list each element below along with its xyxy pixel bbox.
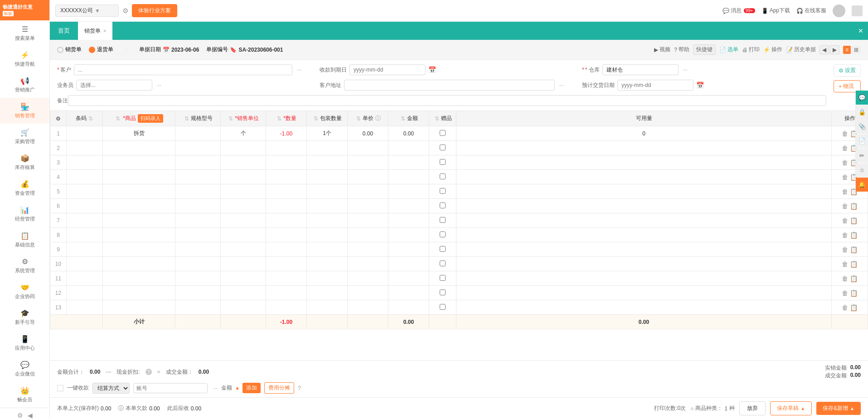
customer-input[interactable] — [74, 64, 292, 75]
video-btn[interactable]: ▶ 视频 — [654, 46, 670, 53]
sidebar-item-basic[interactable]: 📋 基础信息 — [0, 227, 49, 253]
app-download-nav[interactable]: 📱 App下载 — [761, 7, 790, 14]
right-btn-5[interactable]: ✏ — [855, 149, 868, 163]
warehouse-input[interactable] — [602, 64, 679, 75]
right-btn-1[interactable]: 💬 — [855, 91, 868, 105]
copy-7[interactable]: 📋 — [850, 217, 858, 224]
del-8[interactable]: 🗑 — [842, 231, 848, 239]
sidebar-item-sales[interactable]: 🏪 销售管理 — [0, 98, 49, 124]
row-1-qty[interactable]: -1.00 — [266, 126, 307, 141]
discard-button[interactable]: 放弃 — [739, 401, 766, 415]
next-arrow[interactable]: ▶ — [830, 45, 839, 54]
tab-sales-order[interactable]: 销货单 × — [78, 22, 112, 40]
remarks-input[interactable] — [68, 95, 826, 106]
row-1-pkg-qty[interactable]: 1个 — [307, 126, 348, 141]
copy-10[interactable]: 📋 — [850, 260, 858, 268]
r4-gift-cb[interactable] — [440, 173, 446, 179]
sidebar-item-inventory[interactable]: 📦 库存核算 — [0, 149, 49, 175]
price-info-icon[interactable]: ⓘ — [375, 115, 381, 122]
r2c3[interactable] — [175, 141, 221, 155]
expense-split-button[interactable]: 费用分摊 — [264, 382, 294, 394]
row-1-gift-checkbox[interactable] — [440, 130, 446, 136]
amount-sort-icon[interactable]: ⇅ — [401, 116, 405, 122]
del-9[interactable]: 🗑 — [842, 246, 848, 253]
customer-dots-icon[interactable]: ··· — [297, 67, 301, 73]
avatar[interactable] — [833, 5, 845, 17]
r2c1[interactable] — [67, 141, 103, 155]
r3-gift-cb[interactable] — [440, 159, 446, 165]
right-btn-7[interactable]: 🔔 — [855, 178, 868, 192]
account-input[interactable] — [133, 383, 208, 393]
del-4[interactable]: 🗑 — [842, 173, 848, 181]
del-6[interactable]: 🗑 — [842, 202, 848, 210]
del-11[interactable]: 🗑 — [842, 275, 848, 282]
right-btn-6[interactable]: ☆ — [855, 163, 868, 177]
r2c8[interactable] — [388, 141, 429, 155]
pkg-sort-icon[interactable]: ⇅ — [314, 116, 318, 122]
settings-button[interactable]: ⚙ 设置 — [834, 64, 861, 77]
trial-button[interactable]: 体验行业方案 — [132, 4, 177, 17]
footer-help-icon[interactable]: ? — [298, 385, 301, 391]
customer-addr-dots-icon[interactable]: ··· — [559, 82, 564, 88]
right-btn-4[interactable]: 📄 — [855, 134, 868, 148]
debit-info-icon[interactable]: ⓘ — [118, 405, 124, 412]
r6-gift-cb[interactable] — [440, 202, 446, 208]
delivery-calendar-icon[interactable]: 📅 — [696, 82, 704, 89]
topbar-gear-icon[interactable]: ⚙ — [122, 7, 128, 15]
user-menu-icon[interactable] — [852, 5, 863, 16]
close-all-tabs-icon[interactable]: ✕ — [858, 27, 863, 34]
due-date-calendar-icon[interactable]: 📅 — [428, 66, 436, 73]
qty-sort-icon[interactable]: ⇅ — [277, 116, 281, 122]
online-service-nav[interactable]: 🎧 在线客服 — [796, 7, 826, 14]
row-1-spec[interactable] — [175, 126, 221, 141]
save-draft-button[interactable]: 保存草稿 ▲ — [770, 401, 812, 415]
radio-return-order[interactable]: 退货单 — [89, 46, 113, 53]
date-value[interactable]: 2023-06-06 — [171, 47, 199, 53]
tab-home[interactable]: 首页 — [50, 22, 78, 40]
copy-13[interactable]: 📋 — [850, 304, 858, 311]
copy-12[interactable]: 📋 — [850, 289, 858, 297]
prev-arrow[interactable]: ◀ — [820, 45, 829, 54]
copy-11[interactable]: 📋 — [850, 275, 858, 282]
r13-gift-cb[interactable] — [440, 304, 446, 310]
delete-icon-1[interactable]: 🗑 — [842, 130, 848, 137]
delivery-date-input[interactable] — [617, 80, 693, 91]
right-btn-3[interactable]: 📎 — [855, 120, 868, 134]
row-1-unit[interactable]: 个 — [221, 126, 266, 141]
r7-gift-cb[interactable] — [440, 217, 446, 223]
customer-addr-input[interactable] — [344, 80, 555, 91]
settle-method-select[interactable]: 结算方式 — [92, 383, 130, 394]
r2c4[interactable] — [221, 141, 266, 155]
copy-9[interactable]: 📋 — [850, 246, 858, 253]
sidebar-item-appstore[interactable]: 📱 应用中心 — [0, 330, 49, 356]
r2c6[interactable] — [307, 141, 348, 155]
row-1-gift[interactable] — [429, 126, 456, 141]
company-selector[interactable]: XXXXXX公司 ▼ — [55, 5, 119, 17]
collapse-icon[interactable]: ◀ — [28, 412, 33, 419]
row-1-amount[interactable]: 0.00 — [388, 126, 429, 141]
barcode-sort-icon[interactable]: ⇅ — [88, 116, 93, 122]
account-dots-icon[interactable]: ··· — [213, 385, 218, 391]
sidebar-item-system[interactable]: ⚙ 系统管理 — [0, 253, 49, 279]
unit-sort-icon[interactable]: ⇅ — [228, 116, 233, 122]
r2c7[interactable] — [348, 141, 388, 155]
scan-button[interactable]: 扫码录入 — [138, 114, 163, 123]
help-btn[interactable]: ? 帮助 — [674, 46, 689, 53]
del-2[interactable]: 🗑 — [842, 144, 848, 152]
sidebar-item-shortcuts[interactable]: ⚡ 快捷导航 — [0, 46, 49, 72]
r9-gift-cb[interactable] — [440, 246, 446, 252]
r2c5[interactable] — [266, 141, 307, 155]
grid-view-btn[interactable]: ⊞ — [852, 46, 861, 54]
cash-discount-info-icon[interactable]: ? — [145, 369, 152, 375]
settings-icon-small[interactable]: ⚙ — [17, 412, 23, 419]
action-btn[interactable]: ⚡ 操作 — [763, 46, 782, 53]
copy-8[interactable]: 📋 — [850, 231, 858, 239]
list-view-btn[interactable]: ≡ — [843, 46, 851, 54]
del-5[interactable]: 🗑 — [842, 188, 848, 195]
r10-gift-cb[interactable] — [440, 260, 446, 266]
calendar-icon[interactable]: 📅 — [163, 47, 170, 53]
r5-gift-cb[interactable] — [440, 188, 446, 194]
choose-order-btn[interactable]: 📄 选单 — [719, 46, 738, 53]
r12-gift-cb[interactable] — [440, 289, 446, 295]
sidebar-item-guide[interactable]: 🎓 新手引导 — [0, 304, 49, 330]
